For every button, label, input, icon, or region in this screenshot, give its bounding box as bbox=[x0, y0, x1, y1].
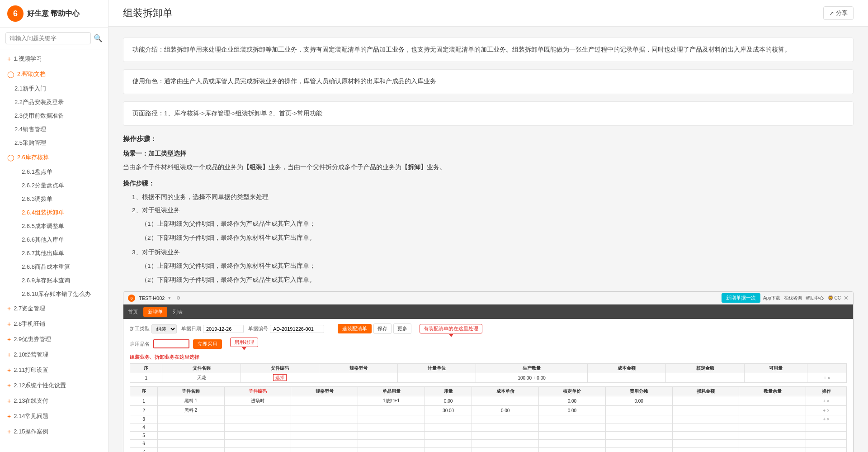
table-row: 4 bbox=[130, 423, 847, 432]
mock-sub-add-1[interactable]: + bbox=[823, 399, 826, 404]
mock-close-icon[interactable]: ✕ bbox=[844, 295, 849, 301]
sidebar-item-faq[interactable]: + 2.14常见问题 bbox=[0, 409, 108, 424]
sidebar-item-label: 2.13在线支付 bbox=[14, 397, 48, 405]
mock-enable-input[interactable] bbox=[153, 339, 189, 348]
scene1-desc: 当由多个子件材料组装成一个成品的业务为【组装】业务，当由一个父件拆分成多个子产品… bbox=[123, 162, 854, 173]
mock-more-btn[interactable]: 更多 bbox=[393, 324, 411, 334]
col-unit: 计量单位 bbox=[397, 364, 476, 373]
mock-row-add-icon[interactable]: + bbox=[824, 376, 826, 381]
sidebar-item-payment[interactable]: + 2.13在线支付 bbox=[0, 393, 108, 409]
mock-sub-del-3[interactable]: × bbox=[827, 417, 830, 422]
mock-docno-input[interactable] bbox=[270, 325, 324, 333]
expand-icon: + bbox=[7, 305, 11, 312]
col-qty: 生产数量 bbox=[476, 364, 587, 373]
sidebar-item-ops[interactable]: + 2.10经营管理 bbox=[0, 347, 108, 362]
sidebar-item-label: 2.10经营管理 bbox=[14, 351, 48, 359]
sidebar-item-split-stocktake[interactable]: 2.6.2分量盘点单 bbox=[0, 179, 108, 192]
sidebar-item-adjust[interactable]: 2.6.3调拨单 bbox=[0, 192, 108, 206]
mock-sub-add-3[interactable]: + bbox=[823, 417, 826, 422]
mock-date-label: 单据日期 bbox=[181, 325, 201, 332]
mock-app-icons: App下载 在线咨询 帮助中心 🦁 CC bbox=[763, 295, 841, 301]
main-content-area: 组装拆卸单 ↗ 分享 功能介绍：组装拆卸单用来处理企业组装或拆卸等加工业务，支持… bbox=[108, 0, 868, 452]
sidebar-item-purchase[interactable]: 2.5采购管理 bbox=[0, 136, 108, 150]
share-button[interactable]: ↗ 分享 bbox=[823, 6, 854, 20]
sidebar-item-data-prep[interactable]: 2.3使用前数据准备 bbox=[0, 109, 108, 123]
mock-save-btn[interactable]: 保存 bbox=[373, 324, 392, 334]
arrow-down-3 bbox=[242, 347, 246, 350]
step3-2: （2）下部明细为子件明细，最终作为产成品生成其它入库单。 bbox=[141, 274, 854, 286]
mock-apply-btn[interactable]: 立即采用 bbox=[193, 339, 222, 349]
sidebar-item-stocktake[interactable]: 2.6.1盘点单 bbox=[0, 165, 108, 179]
screenshot-mockup: 6 TEST-H002 ▾ ⚙ 新增单据一次 App下载 在线咨询 帮助中心 🦁… bbox=[123, 291, 854, 452]
sidebar-item-coupon[interactable]: + 2.9优惠券管理 bbox=[0, 332, 108, 347]
expand-icon: + bbox=[7, 382, 11, 389]
sidebar-item-print[interactable]: + 2.11打印设置 bbox=[0, 362, 108, 378]
sidebar-item-customize[interactable]: + 2.12系统个性化设置 bbox=[0, 378, 108, 393]
role-text: 使用角色：通常由生产人员或库管人员完成拆装业务的操作，库管人员确认原材料的出库和… bbox=[132, 78, 436, 85]
sidebar-item-account-err[interactable]: 2.6.10库存账本错了怎么办 bbox=[0, 287, 108, 301]
search-box: 🔍 bbox=[0, 28, 108, 49]
intro-text: 功能介绍：组装拆卸单用来处理企业组装或拆卸等加工业务，支持有固定装配清单的产品加… bbox=[132, 46, 791, 53]
sidebar-item-inventory[interactable]: ◯ 2.6库存核算 bbox=[0, 150, 108, 165]
mock-docno-label: 单据编号 bbox=[248, 325, 268, 332]
search-button[interactable]: 🔍 bbox=[94, 34, 103, 43]
mock-sub-add-2[interactable]: + bbox=[823, 408, 826, 413]
sidebar-item-label: 1.视频学习 bbox=[14, 55, 42, 63]
operation-heading: 操作步骤： bbox=[123, 135, 854, 143]
page-title: 组装拆卸单 bbox=[123, 6, 173, 20]
mock-logo: 6 bbox=[128, 295, 135, 302]
mock-new-btn[interactable]: 新增单据一次 bbox=[722, 293, 760, 303]
sidebar-item-label: 2.帮助文档 bbox=[17, 70, 46, 78]
sidebar-item-goods-cost[interactable]: 2.6.8商品成本重算 bbox=[0, 260, 108, 274]
intro-block: 功能介绍：组装拆卸单用来处理企业组装或拆卸等加工业务，支持有固定装配清单的产品加… bbox=[123, 38, 854, 62]
mock-settings-icon: ⚙ bbox=[176, 295, 180, 300]
step3: 3、对于拆装业务 bbox=[132, 247, 854, 258]
expand-icon: + bbox=[7, 413, 11, 420]
sidebar-item-cases[interactable]: + 2.15操作案例 bbox=[0, 424, 108, 439]
sidebar-item-docs[interactable]: ◯ 2.帮助文档 bbox=[0, 67, 108, 82]
main-scrollable-content: 功能介绍：组装拆卸单用来处理企业组装或拆卸等加工业务，支持有固定装配清单的产品加… bbox=[108, 27, 868, 452]
col-std-cost: 核定金额 bbox=[666, 364, 744, 373]
mock-type-label: 加工类型 bbox=[130, 325, 150, 332]
path-block: 页面路径：1、库存核算->库存管理->组装拆卸单 2、首页->常用功能 bbox=[123, 101, 854, 126]
sidebar-item-sales[interactable]: 2.4销售管理 bbox=[0, 123, 108, 136]
step3-1: （1）上部明细为父件明细，最终作为原材料生成其它出库单； bbox=[141, 260, 854, 272]
sidebar-item-finance[interactable]: + 2.7资金管理 bbox=[0, 301, 108, 316]
sidebar-item-other-in[interactable]: 2.6.6其他入库单 bbox=[0, 233, 108, 247]
table-row: 1 天花 选择 100.00 + 0.00 + × bbox=[130, 373, 847, 383]
role-block: 使用角色：通常由生产人员或库管人员完成拆装业务的操作，库管人员确认原材料的出库和… bbox=[123, 69, 854, 94]
mock-body: 加工类型 组装 拆卸 单据日期 单据编号 bbox=[123, 319, 853, 452]
annotation-assembly-label: 组装业务、拆卸业务在这里选择 bbox=[130, 354, 199, 361]
nav-section: + 1.视频学习 ◯ 2.帮助文档 2.1新手入门 2.2产品安装及登录 2.3… bbox=[0, 49, 108, 441]
annotation-bom: 有装配清单的在这里处理 bbox=[420, 324, 482, 333]
sidebar-item-assembly[interactable]: 2.6.4组装拆卸单 bbox=[0, 206, 108, 219]
step1: 1、根据不同的业务，选择不同单据的类型来处理 bbox=[132, 191, 854, 203]
sidebar-item-other-out[interactable]: 2.6.7其他出库单 bbox=[0, 247, 108, 260]
expand-icon: + bbox=[7, 366, 11, 374]
mock-sub-del-1[interactable]: × bbox=[827, 399, 830, 404]
mock-select-tag[interactable]: 选择 bbox=[273, 374, 287, 381]
sidebar-item-stock-query[interactable]: 2.6.9库存账本查询 bbox=[0, 274, 108, 287]
mock-row-del-icon[interactable]: × bbox=[828, 376, 830, 381]
col-cost: 成本金额 bbox=[587, 364, 665, 373]
col-parent-name: 父件名称 bbox=[162, 364, 241, 373]
steps-heading: 操作步骤： bbox=[123, 180, 854, 188]
mock-type-select[interactable]: 组装 拆卸 bbox=[151, 324, 177, 333]
sidebar-item-install[interactable]: 2.2产品安装及登录 bbox=[0, 95, 108, 109]
share-icon: ↗ bbox=[829, 10, 834, 17]
search-input[interactable] bbox=[5, 32, 91, 44]
expand-icon: + bbox=[7, 397, 11, 404]
sidebar-item-newbie[interactable]: 2.1新手入门 bbox=[0, 82, 108, 95]
sidebar-item-mobile[interactable]: + 2.8手机旺铺 bbox=[0, 316, 108, 332]
sidebar-item-video[interactable]: + 1.视频学习 bbox=[0, 51, 108, 67]
mock-select-bom-btn[interactable]: 选装配清单 bbox=[338, 324, 372, 333]
sidebar: 6 好生意 帮助中心 🔍 + 1.视频学习 ◯ 2.帮助文档 2.1新手入门 2… bbox=[0, 0, 108, 452]
sidebar-item-cost-adj[interactable]: 2.6.5成本调整单 bbox=[0, 219, 108, 233]
table-row: 1 黑料 1 进场时 1放卸+1 0.00 0.00 0.00 bbox=[130, 396, 847, 406]
mock-enable-label: 启用品名 bbox=[130, 341, 150, 347]
step2: 2、对于组装业务 bbox=[132, 205, 854, 216]
mock-date-input[interactable] bbox=[203, 325, 244, 333]
step2-2: （2）下部明细为子件明细，最终作为原材料生成其它出库单。 bbox=[141, 232, 854, 244]
mock-sub-del-2[interactable]: × bbox=[827, 408, 830, 413]
app-title: 好生意 帮助中心 bbox=[27, 9, 80, 19]
